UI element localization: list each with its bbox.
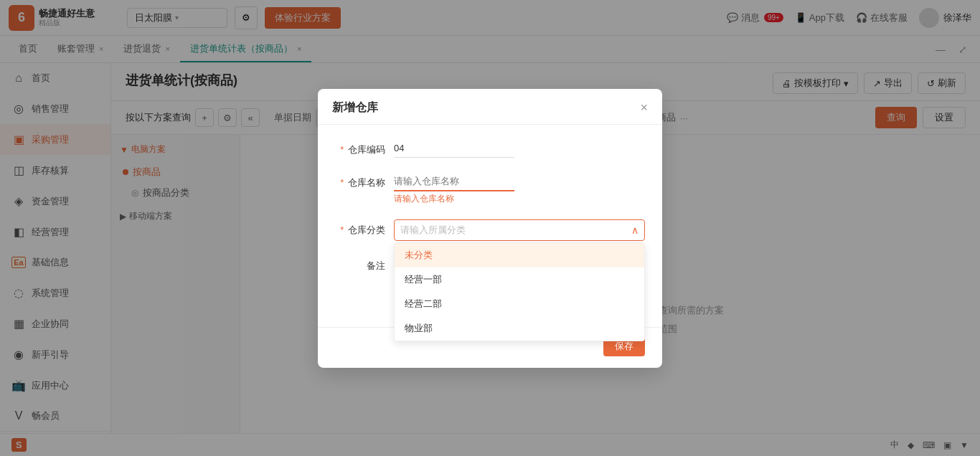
- name-error-msg: 请输入仓库名称: [394, 193, 645, 205]
- new-warehouse-modal: 新增仓库 × * 仓库编码 * 仓库名称: [318, 89, 662, 368]
- code-field-wrap: [394, 139, 645, 158]
- required-star-name: *: [340, 177, 344, 188]
- modal-body: * 仓库编码 * 仓库名称 请输入仓库名称: [318, 125, 662, 327]
- form-row-category: * 仓库分类 请输入所属分类 ∧ 未分类 经营一部: [335, 219, 645, 241]
- required-star-code: *: [340, 144, 344, 155]
- category-arrow-icon: ∧: [631, 224, 639, 236]
- modal-close-button[interactable]: ×: [640, 100, 648, 115]
- category-label: * 仓库分类: [335, 219, 385, 237]
- modal-title: 新增仓库: [332, 100, 378, 115]
- dropdown-item-dept1[interactable]: 经营一部: [395, 267, 644, 292]
- name-label: * 仓库名称: [335, 172, 385, 189]
- category-dropdown: 未分类 经营一部 经营二部 物业部: [394, 242, 645, 341]
- notes-label: 备注: [335, 255, 385, 272]
- category-placeholder: 请输入所属分类: [400, 224, 466, 237]
- dropdown-item-dept3[interactable]: 物业部: [395, 316, 644, 341]
- required-star-category: *: [340, 224, 344, 235]
- modal-header: 新增仓库 ×: [318, 89, 662, 125]
- modal-overlay: 新增仓库 × * 仓库编码 * 仓库名称: [0, 0, 980, 456]
- form-row-code: * 仓库编码: [335, 139, 645, 158]
- category-field-wrap: 请输入所属分类 ∧ 未分类 经营一部 经营二部: [394, 219, 645, 241]
- warehouse-name-input[interactable]: [394, 172, 514, 191]
- dropdown-item-dept2[interactable]: 经营二部: [395, 292, 644, 316]
- name-field-wrap: 请输入仓库名称: [394, 172, 645, 205]
- code-label: * 仓库编码: [335, 139, 385, 156]
- category-select[interactable]: 请输入所属分类 ∧: [394, 219, 645, 241]
- dropdown-item-uncategorized[interactable]: 未分类: [395, 243, 644, 267]
- warehouse-code-input[interactable]: [394, 139, 514, 158]
- form-row-name: * 仓库名称 请输入仓库名称: [335, 172, 645, 205]
